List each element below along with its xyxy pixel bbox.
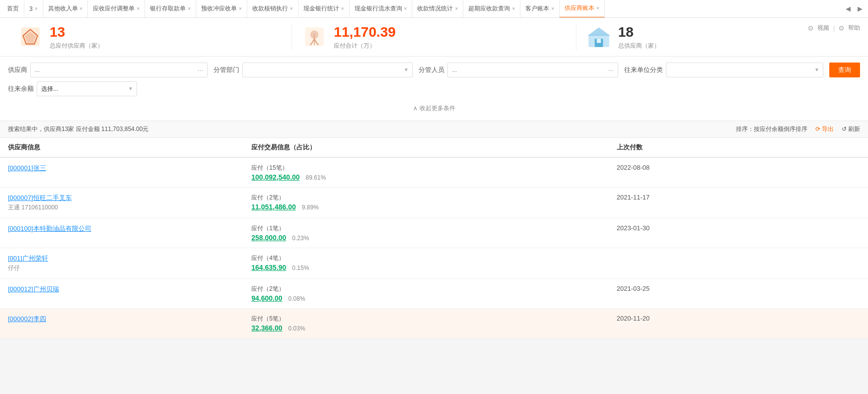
dept-select[interactable] (242, 63, 413, 77)
amount-row5[interactable]: 94,600.00 (251, 294, 282, 302)
right-actions: 排序：按应付余额倒序排序 ⟳ 导出 ↺ 刷新 (736, 125, 860, 133)
nav-left-arrow[interactable]: ◀ (842, 0, 854, 18)
lastpay-cell-row6: 2020-11-20 (617, 315, 860, 322)
summary-num-payable-amount: 11,170.39 (334, 24, 396, 41)
result-bar: 搜索结果中，供应商13家 应付金额 111,703,854.00元 排序：按应付… (0, 121, 868, 138)
close-tab-icon[interactable]: × (188, 6, 191, 11)
filter-row-1: 供应商 ··· 分管部门 ▼ 分管人员 (8, 63, 860, 77)
person-filter: 分管人员 ··· (419, 63, 618, 77)
close-tab-icon[interactable]: × (551, 6, 554, 11)
table-row-row3: [000100]本特勤油品有限公司 应付（1笔） 258,000.00 0.23… (0, 218, 868, 248)
col-header-lastpay: 上次付数 (617, 143, 860, 152)
collapse-label: 收起更多条件 (420, 104, 455, 113)
supplier-cell-row2: [000007]恒旺二手叉车 王通 17106110000 (8, 194, 251, 212)
transaction-cell-row4: 应付（4笔） 164,635.90 0.15% (251, 254, 616, 271)
amount-row1[interactable]: 100,092,540.00 (251, 173, 299, 181)
payable-label-row4: 应付（4笔） (251, 254, 616, 263)
amount-row2[interactable]: 11,051,486.00 (251, 203, 296, 211)
amount-row4[interactable]: 164,635.90 (251, 263, 286, 271)
balance-select[interactable]: 选择... 有余额 无余额 (37, 81, 137, 96)
supplier-link-row1[interactable]: [000001]张三 (8, 164, 251, 173)
close-tab-icon[interactable]: × (290, 6, 293, 11)
nav-tab-customer-ledger[interactable]: 客户账本× (520, 0, 560, 18)
collapse-button[interactable]: ∧ 收起更多条件 (8, 102, 860, 115)
export-button[interactable]: ⟳ 导出 (815, 125, 834, 133)
summary-item-payable-suppliers: 13 总应付供应商（家） (8, 24, 292, 50)
close-tab-icon[interactable]: × (404, 6, 407, 11)
amount-row-row1: 100,092,540.00 89.61% (251, 172, 616, 181)
category-filter: 往来单位分类 ▼ (624, 63, 824, 77)
category-label: 往来单位分类 (624, 66, 663, 74)
supplier-link-row6[interactable]: [000002]李四 (8, 315, 251, 324)
export-label: 导出 (822, 125, 834, 133)
result-summary-text: 搜索结果中，供应商13家 应付金额 111,703,854.00元 (8, 125, 148, 133)
amount-row3[interactable]: 258,000.00 (251, 234, 286, 242)
payable-label-row5: 应付（2笔） (251, 285, 616, 293)
video-link[interactable]: 视频 (817, 24, 829, 32)
circle-icon: ⊙ (808, 24, 813, 32)
person-input[interactable] (447, 63, 618, 77)
close-tab-icon[interactable]: × (137, 6, 140, 11)
refresh-button[interactable]: ↺ 刷新 (842, 125, 860, 133)
refresh-icon: ↺ (842, 126, 847, 132)
filter-row-2: 往来余额 选择... 有余额 无余额 ▼ (8, 81, 860, 96)
nav-tab-receipt-stat[interactable]: 收款情况统计× (412, 0, 463, 18)
amount-row-row5: 94,600.00 0.08% (251, 293, 616, 302)
nav-tab-cash-bank-stat[interactable]: 现金银行统计× (298, 0, 350, 18)
collapse-up-icon: ∧ (413, 105, 418, 112)
nav-tab-supplier-ledger[interactable]: 供应商账本× (560, 0, 605, 18)
supplier-input[interactable] (30, 63, 208, 77)
close-tab-icon[interactable]: × (239, 6, 242, 11)
category-select-wrapper: ▼ (666, 63, 824, 77)
nav-tab-receipt-verify[interactable]: 收款核销执行× (247, 0, 298, 18)
percent-row4: 0.15% (292, 264, 309, 271)
search-button[interactable]: 查询 (829, 63, 860, 77)
supplier-link-row4[interactable]: [001]广州荣轩 (8, 254, 251, 263)
transaction-cell-row6: 应付（5笔） 32,366.00 0.03% (251, 315, 616, 332)
top-nav: 首页3×其他收入单×应收应付调整单×银行存取款单×预收冲应收单×收款核销执行×现… (0, 0, 868, 18)
nav-right-arrow[interactable]: ▶ (854, 0, 866, 18)
amount-row6[interactable]: 32,366.00 (251, 324, 282, 332)
summary-label-payable-suppliers: 总应付供应商（家） (50, 42, 103, 50)
dept-label: 分管部门 (214, 66, 239, 74)
category-select[interactable] (666, 63, 824, 77)
percent-row6: 0.03% (289, 325, 305, 332)
nav-tab-overdue-ar[interactable]: 超期应收款查询× (463, 0, 520, 18)
table-container: 供应商信息 应付交易信息（占比） 上次付数 [000001]张三 应付（15笔）… (0, 138, 868, 338)
nav-tab-tab3[interactable]: 3× (24, 0, 43, 18)
supplier-cell-row5: [000012]广州贝瑞 (8, 285, 251, 294)
close-tab-icon[interactable]: × (80, 6, 83, 11)
nav-tab-pre-receive[interactable]: 预收冲应收单× (196, 0, 247, 18)
nav-tab-bank-deposit[interactable]: 银行存取款单× (145, 0, 196, 18)
amount-row-row6: 32,366.00 0.03% (251, 323, 616, 332)
amount-row-row2: 11,051,486.00 9.89% (251, 202, 616, 211)
supplier-filter: 供应商 ··· (8, 63, 208, 77)
close-tab-icon[interactable]: × (596, 5, 599, 11)
supplier-link-row3[interactable]: [000100]本特勤油品有限公司 (8, 224, 251, 233)
filter-area: 供应商 ··· 分管部门 ▼ 分管人员 (0, 57, 868, 121)
balance-select-wrapper: 选择... 有余额 无余额 ▼ (37, 81, 137, 96)
supplier-label: 供应商 (8, 66, 27, 74)
table-row-row5: [000012]广州贝瑞 应付（2笔） 94,600.00 0.08% 2021… (0, 279, 868, 309)
close-tab-icon[interactable]: × (512, 6, 515, 11)
supplier-link-row5[interactable]: [000012]广州贝瑞 (8, 285, 251, 294)
close-tab-icon[interactable]: × (341, 6, 344, 11)
refresh-label: 刷新 (848, 125, 860, 133)
nav-tab-ar-ap-adjust[interactable]: 应收应付调整单× (88, 0, 145, 18)
summary-icon-total-suppliers (586, 24, 611, 49)
close-tab-icon[interactable]: × (455, 6, 458, 11)
lastpay-cell-row1: 2022-08-08 (617, 164, 860, 171)
summary-content-payable-suppliers: 13 总应付供应商（家） (50, 24, 103, 50)
table-row-row1: [000001]张三 应付（15笔） 100,092,540.00 89.61%… (0, 158, 868, 188)
svg-rect-8 (596, 39, 600, 43)
supplier-cell-row3: [000100]本特勤油品有限公司 (8, 224, 251, 233)
supplier-link-row2[interactable]: [000007]恒旺二手叉车 (8, 194, 251, 202)
sort-label[interactable]: 排序：按应付余额倒序排序 (736, 125, 807, 133)
nav-tab-cash-bank-flow[interactable]: 现金银行流水查询× (350, 0, 413, 18)
balance-filter: 往来余额 选择... 有余额 无余额 ▼ (8, 81, 137, 96)
percent-row3: 0.23% (292, 235, 309, 242)
close-tab-icon[interactable]: × (35, 6, 38, 11)
help-link[interactable]: 帮助 (848, 24, 860, 32)
nav-tab-other-income[interactable]: 其他收入单× (43, 0, 88, 18)
nav-tab-home[interactable]: 首页 (2, 0, 24, 18)
